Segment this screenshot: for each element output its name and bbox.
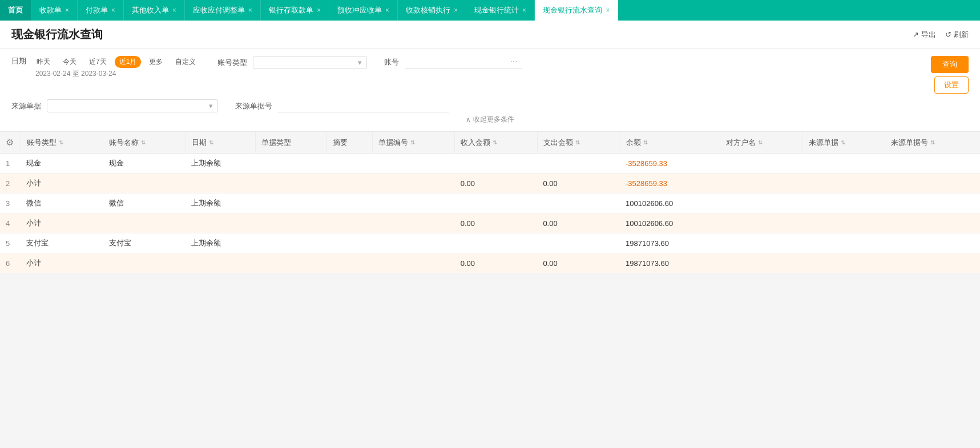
- cell-income: 0.00: [455, 253, 538, 273]
- cell-account_type: 支付宝: [21, 233, 103, 253]
- cell-income: 0.00: [455, 173, 538, 193]
- col-header-account_type[interactable]: 账号类型⇅: [21, 132, 103, 154]
- nav-tab[interactable]: 应收应付调整单×: [185, 0, 261, 21]
- cell-income: [455, 233, 538, 253]
- cell-doc_no: [372, 193, 455, 213]
- col-header-balance[interactable]: 余额⇅: [620, 132, 720, 154]
- sort-icon: ⇅: [758, 139, 763, 146]
- col-header-summary: 摘要: [326, 132, 372, 154]
- sort-icon: ⇅: [141, 139, 146, 146]
- cell-income: [455, 154, 538, 173]
- cell-source_doc_no: [885, 173, 980, 193]
- nav-tab[interactable]: 现金银行流水查询×: [535, 0, 618, 21]
- cell-doc_type: [256, 173, 326, 193]
- cell-summary: [326, 213, 372, 233]
- cell-index: 1: [0, 154, 21, 173]
- col-header-source_doc[interactable]: 来源单据⇅: [802, 132, 885, 154]
- account-input[interactable]: [405, 56, 505, 67]
- col-header-expense[interactable]: 支出金额⇅: [537, 132, 620, 154]
- date-pill[interactable]: 自定义: [171, 56, 200, 68]
- cell-account_type: 小计: [21, 173, 103, 193]
- close-tab-icon[interactable]: ×: [172, 6, 176, 14]
- cell-date: 上期余额: [185, 193, 256, 213]
- nav-tab[interactable]: 银行存取款单×: [261, 0, 329, 21]
- close-tab-icon[interactable]: ×: [111, 6, 115, 14]
- close-tab-icon[interactable]: ×: [606, 6, 610, 14]
- cell-account_name: 微信: [103, 193, 186, 213]
- date-pills: 昨天今天近7天近1月更多自定义: [32, 56, 200, 68]
- col-header-source_doc_no[interactable]: 来源单据号⇅: [885, 132, 980, 154]
- date-pill[interactable]: 更多: [144, 56, 167, 68]
- nav-tab[interactable]: 其他收入单×: [124, 0, 185, 21]
- settings-button[interactable]: 设置: [934, 76, 969, 94]
- nav-tab[interactable]: 收款单×: [31, 0, 78, 21]
- page-title: 现金银行流水查询: [11, 27, 103, 42]
- col-header-doc_no[interactable]: 单据编号⇅: [372, 132, 455, 154]
- close-tab-icon[interactable]: ×: [522, 6, 526, 14]
- right-actions: 查询 设置: [931, 56, 969, 94]
- cell-counterparty: [720, 253, 803, 273]
- source-doc-dropdown-icon: ▾: [209, 102, 213, 110]
- col-header-date[interactable]: 日期⇅: [185, 132, 256, 154]
- cell-account_type: 小计: [21, 253, 103, 273]
- close-tab-icon[interactable]: ×: [385, 6, 389, 14]
- close-tab-icon[interactable]: ×: [317, 6, 321, 14]
- cell-summary: [326, 173, 372, 193]
- refresh-button[interactable]: ↺ 刷新: [945, 30, 969, 40]
- cell-source_doc_no: [885, 193, 980, 213]
- cell-source_doc: [802, 173, 885, 193]
- cell-summary: [326, 253, 372, 273]
- close-tab-icon[interactable]: ×: [65, 6, 69, 14]
- nav-tab[interactable]: 付款单×: [78, 0, 124, 21]
- date-pill[interactable]: 近1月: [115, 56, 142, 68]
- source-doc-no-input[interactable]: [278, 100, 449, 111]
- col-header-income[interactable]: 收入金额⇅: [455, 132, 538, 154]
- col-header-counterparty[interactable]: 对方户名⇅: [720, 132, 803, 154]
- cell-income: 0.00: [455, 213, 538, 233]
- col-header-doc_type: 单据类型: [256, 132, 326, 154]
- nav-home[interactable]: 首页: [0, 0, 31, 21]
- cell-doc_no: [372, 173, 455, 193]
- cell-expense: 0.00: [537, 213, 620, 233]
- cell-account_name: 现金: [103, 154, 186, 173]
- col-header-account_name[interactable]: 账号名称⇅: [103, 132, 186, 154]
- cell-expense: 0.00: [537, 173, 620, 193]
- cell-source_doc: [802, 213, 885, 233]
- cell-index: 2: [0, 173, 21, 193]
- sort-icon: ⇅: [575, 139, 580, 146]
- close-tab-icon[interactable]: ×: [454, 6, 458, 14]
- cell-account_name: [103, 173, 186, 193]
- cell-source_doc: [802, 193, 885, 213]
- table-row: 1现金现金上期余额-3528659.33: [0, 154, 980, 173]
- close-tab-icon[interactable]: ×: [248, 6, 252, 14]
- cell-account_name: 支付宝: [103, 233, 186, 253]
- date-pill[interactable]: 今天: [58, 56, 81, 68]
- source-doc-select[interactable]: ▾: [47, 99, 218, 112]
- cell-expense: [537, 193, 620, 213]
- cell-counterparty: [720, 173, 803, 193]
- sort-icon: ⇅: [493, 139, 497, 146]
- table-settings-icon[interactable]: ⚙: [6, 138, 14, 147]
- account-type-select[interactable]: ▾: [253, 56, 367, 69]
- cell-date: [185, 253, 256, 273]
- cell-doc_no: [372, 213, 455, 233]
- cell-summary: [326, 193, 372, 213]
- collapse-bar[interactable]: ∧ 收起更多条件: [11, 115, 969, 124]
- cell-balance: 100102606.60: [620, 193, 720, 213]
- date-pill[interactable]: 昨天: [32, 56, 55, 68]
- cell-source_doc_no: [885, 253, 980, 273]
- table-row: 3微信微信上期余额100102606.60: [0, 193, 980, 213]
- nav-tab[interactable]: 收款核销执行×: [398, 0, 466, 21]
- sort-icon: ⇅: [643, 139, 648, 146]
- page-header: 现金银行流水查询 ↗ 导出 ↺ 刷新: [0, 21, 980, 49]
- query-button[interactable]: 查询: [931, 56, 969, 73]
- nav-tab[interactable]: 现金银行统计×: [466, 0, 535, 21]
- more-dots-icon[interactable]: ···: [505, 56, 522, 67]
- date-pill[interactable]: 近7天: [84, 56, 111, 68]
- cell-summary: [326, 233, 372, 253]
- filter-area: 日期 昨天今天近7天近1月更多自定义 2023-02-24 至 2023-03-…: [0, 49, 980, 132]
- table-row: 6小计0.000.0019871073.60: [0, 253, 980, 273]
- cell-counterparty: [720, 233, 803, 253]
- export-button[interactable]: ↗ 导出: [913, 30, 936, 40]
- nav-tab[interactable]: 预收冲应收单×: [329, 0, 398, 21]
